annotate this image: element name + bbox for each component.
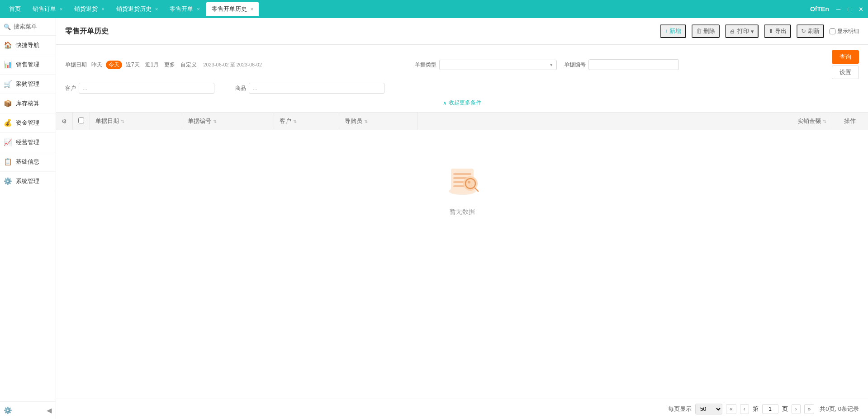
date-shortcut-5[interactable]: 自定义 bbox=[179, 60, 199, 70]
nav-tab-label-retail-open-history: 零售开单历史 bbox=[212, 5, 247, 13]
nav-tab-label-sales-return-history: 销货退货历史 bbox=[116, 5, 152, 13]
per-page-select[interactable]: 50 bbox=[695, 404, 722, 414]
show-detail-checkbox[interactable] bbox=[830, 28, 835, 34]
page-label: 页 bbox=[782, 405, 788, 413]
product-filter: 商品 ... bbox=[235, 83, 384, 94]
sidebar-item-operations[interactable]: 📈经营管理 bbox=[0, 133, 56, 152]
nav-tab-close-sales-order[interactable]: × bbox=[60, 6, 62, 12]
nav-tab-close-sales-return[interactable]: × bbox=[101, 6, 104, 12]
nav-tab-retail-open-history[interactable]: 零售开单历史× bbox=[206, 2, 259, 16]
customer-select[interactable]: ... bbox=[79, 83, 214, 94]
svg-rect-5 bbox=[453, 185, 465, 187]
sidebar: 🔍 搜索菜单 🏠快捷导航📊销售管理🛒采购管理📦库存核算💰资金管理📈经营管理📋基础… bbox=[0, 18, 56, 419]
nav-tabs: 首页销售订单×销货退货×销货退货历史×零售开单×零售开单历史× bbox=[4, 0, 259, 18]
th-no[interactable]: 单据编号⇅ bbox=[182, 113, 274, 130]
order-type-arrow-icon: ▾ bbox=[550, 62, 553, 68]
sidebar-label-basic-info: 基础信息 bbox=[16, 158, 39, 166]
sidebar-item-inventory[interactable]: 📦库存核算 bbox=[0, 94, 56, 113]
settings-icon[interactable]: ⚙️ bbox=[4, 406, 12, 414]
sidebar-label-purchase-mgmt: 采购管理 bbox=[16, 80, 39, 88]
order-type-filter: 单据类型 ▾ bbox=[415, 60, 557, 70]
th-settings[interactable]: ⚙ bbox=[56, 113, 73, 130]
product-value: ... bbox=[253, 85, 257, 91]
sidebar-item-sys-mgmt[interactable]: ⚙️系统管理 bbox=[0, 172, 56, 191]
sidebar-item-sales-mgmt[interactable]: 📊销售管理 bbox=[0, 55, 56, 75]
collapse-filter-btn[interactable]: ∧ 收起更多条件 bbox=[65, 97, 859, 108]
sidebar-label-finance-mgmt: 资金管理 bbox=[16, 119, 39, 127]
sidebar-search-label: 搜索菜单 bbox=[14, 23, 37, 31]
th-guide[interactable]: 导购员⇅ bbox=[339, 113, 418, 130]
total-info: 共0页, 0条记录 bbox=[820, 405, 859, 413]
show-detail-label: 显示明细 bbox=[837, 28, 859, 35]
date-shortcuts: 昨天今天近7天近1月更多自定义 bbox=[90, 60, 199, 70]
nav-tab-sales-order[interactable]: 销售订单× bbox=[27, 2, 68, 16]
print-button[interactable]: 🖨 打印 ▾ bbox=[725, 24, 759, 38]
product-select[interactable]: ... bbox=[249, 83, 384, 94]
th-customer-label: 客户 bbox=[280, 117, 291, 125]
date-range: 2023-06-02 至 2023-06-02 bbox=[203, 61, 262, 68]
minimize-button[interactable]: ─ bbox=[836, 6, 840, 13]
filter-row-2: 客户 ... 商品 ... bbox=[65, 83, 859, 94]
sidebar-search[interactable]: 🔍 搜索菜单 bbox=[0, 18, 56, 36]
date-sort-icon: ⇅ bbox=[121, 119, 124, 124]
customer-filter: 客户 ... bbox=[65, 83, 214, 94]
show-detail-toggle[interactable]: 显示明细 bbox=[830, 28, 859, 35]
select-all-checkbox[interactable] bbox=[78, 118, 84, 123]
add-button[interactable]: + 新增 bbox=[660, 24, 686, 38]
date-shortcut-4[interactable]: 更多 bbox=[162, 60, 177, 70]
export-button[interactable]: ⬆ 导出 bbox=[764, 24, 792, 38]
date-shortcut-1[interactable]: 今天 bbox=[106, 61, 122, 69]
no-sort-icon: ⇅ bbox=[213, 119, 217, 124]
search-icon: 🔍 bbox=[4, 24, 11, 30]
refresh-button[interactable]: ↻ 刷新 bbox=[797, 24, 824, 38]
table-header-row: ⚙ 单据日期⇅ 单据编号⇅ 客户⇅ 导购员⇅ bbox=[56, 113, 868, 130]
maximize-button[interactable]: □ bbox=[848, 6, 851, 13]
table-wrapper: ⚙ 单据日期⇅ 单据编号⇅ 客户⇅ 导购员⇅ bbox=[56, 113, 868, 399]
page-header: 零售开单历史 + 新增 🗑 删除 🖨 打印 ▾ ⬆ 导出 ↻ 刷新 显示明细 bbox=[56, 18, 868, 45]
page-input[interactable] bbox=[762, 404, 778, 414]
next-page-button[interactable]: › bbox=[792, 404, 801, 414]
nav-tab-retail-open[interactable]: 零售开单× bbox=[164, 2, 205, 16]
sidebar-item-quick-nav[interactable]: 🏠快捷导航 bbox=[0, 36, 56, 55]
first-page-button[interactable]: « bbox=[726, 404, 736, 414]
svg-point-9 bbox=[468, 181, 470, 184]
delete-button[interactable]: 🗑 删除 bbox=[692, 24, 720, 38]
nav-tab-home[interactable]: 首页 bbox=[4, 2, 26, 16]
th-amount[interactable]: 实销金额⇅ bbox=[418, 113, 832, 130]
order-type-select[interactable]: ▾ bbox=[439, 60, 557, 70]
nav-tab-sales-return[interactable]: 销货退货× bbox=[69, 2, 109, 16]
filter-btn-group: 查询 设置 bbox=[832, 50, 859, 79]
date-shortcut-3[interactable]: 近1月 bbox=[143, 60, 161, 70]
th-date[interactable]: 单据日期⇅ bbox=[90, 113, 182, 130]
sidebar-item-purchase-mgmt[interactable]: 🛒采购管理 bbox=[0, 75, 56, 94]
th-checkbox[interactable] bbox=[73, 113, 90, 130]
nav-tab-close-retail-open-history[interactable]: × bbox=[251, 6, 253, 12]
nav-tab-sales-return-history[interactable]: 销货退货历史× bbox=[111, 2, 163, 16]
nav-tab-label-sales-order: 销售订单 bbox=[33, 5, 56, 13]
order-no-input[interactable] bbox=[588, 59, 679, 70]
main-layout: 🔍 搜索菜单 🏠快捷导航📊销售管理🛒采购管理📦库存核算💰资金管理📈经营管理📋基础… bbox=[0, 18, 868, 419]
filter-area: 单据日期 昨天今天近7天近1月更多自定义 2023-06-02 至 2023-0… bbox=[56, 45, 868, 113]
sidebar-icon-basic-info: 📋 bbox=[4, 158, 12, 166]
filter-settings-button[interactable]: 设置 bbox=[832, 66, 859, 79]
query-button[interactable]: 查询 bbox=[832, 50, 859, 64]
nav-tab-label-retail-open: 零售开单 bbox=[170, 5, 193, 13]
date-shortcut-2[interactable]: 近7天 bbox=[124, 60, 142, 70]
close-button[interactable]: ✕ bbox=[859, 6, 863, 13]
nav-tab-close-sales-return-history[interactable]: × bbox=[155, 6, 158, 12]
last-page-button[interactable]: » bbox=[804, 404, 815, 414]
sidebar-icon-sys-mgmt: ⚙️ bbox=[4, 177, 12, 185]
sidebar-icon-finance-mgmt: 💰 bbox=[4, 119, 12, 127]
th-customer[interactable]: 客户⇅ bbox=[274, 113, 339, 130]
sidebar-icon-sales-mgmt: 📊 bbox=[4, 61, 12, 69]
prev-page-button[interactable]: ‹ bbox=[740, 404, 749, 414]
sidebar-item-basic-info[interactable]: 📋基础信息 bbox=[0, 152, 56, 172]
order-no-filter: 单据编号 bbox=[564, 59, 679, 70]
collapse-icon[interactable]: ◀ bbox=[47, 406, 52, 414]
top-navigation: 首页销售订单×销货退货×销货退货历史×零售开单×零售开单历史× OfTEn ─ … bbox=[0, 0, 868, 18]
date-shortcut-0[interactable]: 昨天 bbox=[90, 60, 104, 70]
nav-tab-close-retail-open[interactable]: × bbox=[197, 6, 199, 12]
sidebar-item-finance-mgmt[interactable]: 💰资金管理 bbox=[0, 113, 56, 133]
amount-sort-icon: ⇅ bbox=[823, 119, 826, 124]
window-controls: OfTEn ─ □ ✕ bbox=[810, 5, 863, 13]
